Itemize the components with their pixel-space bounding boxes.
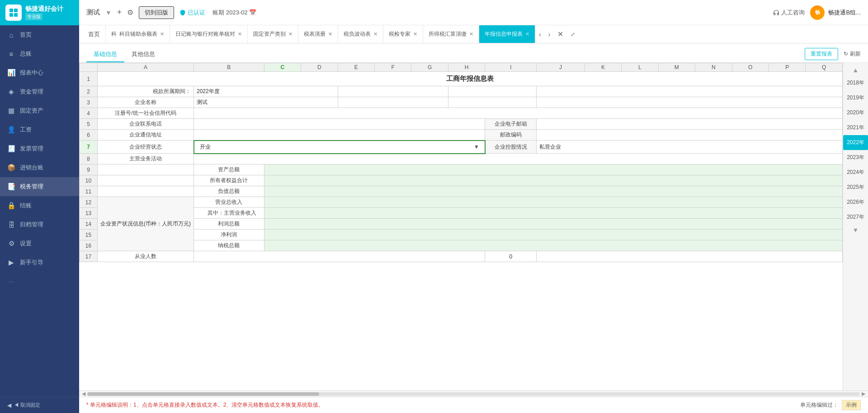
cell-D9[interactable] — [264, 164, 842, 175]
tab-close-btn[interactable]: ✕ — [413, 31, 417, 37]
cell-A7[interactable]: 企业经营状态 — [98, 141, 194, 154]
cell-K5[interactable] — [537, 119, 843, 130]
cell-C6[interactable] — [194, 130, 485, 141]
scroll-right-btn[interactable]: ▶ — [860, 391, 867, 397]
cell-B16[interactable]: 纳税总额 — [194, 240, 264, 251]
col-header-F[interactable]: F — [375, 63, 411, 72]
sidebar-item-guide[interactable]: ▶ 新手引导 — [0, 253, 79, 272]
tab-journal-bank[interactable]: 日记账与银行对账单核对 ✕ — [170, 25, 248, 43]
tab-annual-report[interactable]: 年报信息申报表 ✕ — [479, 25, 535, 43]
col-header-P[interactable]: P — [769, 63, 805, 72]
cell-A6[interactable]: 企业通信地址 — [98, 130, 194, 141]
cell-C2[interactable]: 2022年度 — [194, 86, 338, 97]
col-header-M[interactable]: M — [658, 63, 695, 72]
col-header-G[interactable]: G — [411, 63, 448, 72]
reset-report-btn[interactable]: 重置报表 — [805, 48, 838, 60]
tab-close-btn[interactable]: ✕ — [238, 31, 242, 37]
cell-B12[interactable]: 营业总收入 — [194, 197, 264, 208]
old-version-btn[interactable]: 切到旧版 — [139, 6, 174, 19]
col-header-Q[interactable]: Q — [806, 63, 843, 72]
sidebar-item-purchase-sales[interactable]: 📦 进销台账 — [0, 158, 79, 177]
cell-C8[interactable] — [194, 154, 843, 164]
cell-D13[interactable] — [264, 208, 842, 219]
col-header-O[interactable]: O — [732, 63, 769, 72]
sidebar-item-fixed-assets[interactable]: ▦ 固定资产 — [0, 101, 79, 120]
tab-tax-expert[interactable]: 税检专家 ✕ — [383, 25, 423, 43]
sidebar-item-payroll[interactable]: 👤 工资 — [0, 120, 79, 139]
cell-J6[interactable]: 邮政编码 — [485, 130, 537, 141]
cell-D15[interactable] — [264, 230, 842, 240]
col-header-D[interactable]: D — [301, 63, 338, 72]
col-header-A[interactable]: A — [98, 63, 194, 72]
cell-A17[interactable]: 从业人数 — [98, 251, 194, 262]
year-item-2020[interactable]: 2020年 — [843, 105, 868, 120]
tab-close-btn[interactable]: ✕ — [288, 31, 292, 37]
cell-C3[interactable]: 测试 — [194, 97, 338, 108]
collapse-sidebar-btn[interactable]: ◀ ◀ 取消固定 — [0, 397, 79, 413]
col-header-N[interactable]: N — [695, 63, 732, 72]
year-item-2026[interactable]: 2026年 — [843, 195, 868, 210]
cell-B13[interactable]: 其中：主营业务收入 — [194, 208, 264, 219]
cell-B15[interactable]: 净利润 — [194, 230, 264, 240]
cell-J5[interactable]: 企业电子邮箱 — [485, 119, 537, 130]
tab-fixed-assets[interactable]: 固定资产类别 ✕ — [248, 25, 298, 43]
sidebar-item-invoices[interactable]: 🧾 发票管理 — [0, 139, 79, 158]
year-item-2024[interactable]: 2024年 — [843, 165, 868, 180]
cell-F2[interactable] — [338, 86, 448, 97]
tab-aux-balance[interactable]: 科 科目辅助余额表 ✕ — [106, 25, 170, 43]
sidebar-item-closing[interactable]: 🔒 结账 — [0, 196, 79, 215]
cell-A5[interactable]: 企业联系电话 — [98, 119, 194, 130]
cell-B10[interactable]: 所有者权益合计 — [194, 175, 264, 186]
cell-K17[interactable] — [537, 251, 843, 262]
cell-H2[interactable] — [448, 86, 537, 97]
tab-home[interactable]: 首页 — [83, 25, 106, 43]
cell-A11[interactable] — [98, 186, 194, 197]
cell-J3[interactable] — [537, 97, 843, 108]
cell-D16[interactable] — [264, 240, 842, 251]
horizontal-scrollbar[interactable]: ◀ ▶ — [79, 390, 868, 397]
settings-btn[interactable]: ⚙ — [127, 8, 133, 17]
cell-B14[interactable]: 利润总额 — [194, 219, 264, 230]
cell-D12[interactable] — [264, 197, 842, 208]
cell-B11[interactable]: 负债总额 — [194, 186, 264, 197]
sidebar-item-settings[interactable]: ⚙ 设置 — [0, 234, 79, 253]
cell-A4[interactable]: 注册号/统一社会信用代码 — [98, 108, 194, 119]
year-panel-down-btn[interactable]: ▼ — [843, 225, 868, 235]
year-panel-up-btn[interactable]: ▲ — [843, 65, 868, 75]
col-header-E[interactable]: E — [338, 63, 374, 72]
close-all-tabs-btn[interactable]: ✕ — [554, 30, 567, 38]
scrollbar-thumb[interactable] — [87, 392, 319, 396]
sidebar-item-ledger[interactable]: ≡ 总账 — [0, 44, 79, 63]
cell-D14[interactable] — [264, 219, 842, 230]
tab-close-btn[interactable]: ✕ — [160, 31, 164, 37]
tab-close-btn[interactable]: ✕ — [525, 31, 529, 37]
cell-H3[interactable] — [448, 97, 537, 108]
cell-B9[interactable]: 资产总额 — [194, 164, 264, 175]
sub-tab-other[interactable]: 其他信息 — [124, 47, 162, 62]
cell-A12[interactable]: 企业资产状况信息(币种：人民币万元) — [98, 197, 194, 251]
cell-D10[interactable] — [264, 175, 842, 186]
cell-K7[interactable]: 私营企业 — [537, 141, 843, 154]
tab-close-btn[interactable]: ✕ — [328, 31, 332, 37]
cell-A9[interactable] — [98, 164, 194, 175]
tabs-prev-btn[interactable]: ‹ — [535, 31, 545, 38]
col-header-B[interactable]: B — [194, 63, 264, 72]
service-btn[interactable]: 人工咨询 — [773, 9, 805, 17]
title-dropdown-btn[interactable]: ▼ — [105, 9, 112, 16]
tabs-next-btn[interactable]: › — [545, 31, 554, 38]
tab-close-btn[interactable]: ✕ — [469, 31, 473, 37]
dropdown-arrow-icon[interactable]: ▼ — [474, 144, 479, 150]
col-header-C[interactable]: C — [264, 63, 301, 72]
year-item-2023[interactable]: 2023年 — [843, 150, 868, 165]
col-header-H[interactable]: H — [448, 63, 485, 72]
cell-A2[interactable]: 税款所属期间： — [98, 86, 194, 97]
scroll-left-btn[interactable]: ◀ — [80, 391, 87, 397]
year-item-2025[interactable]: 2025年 — [843, 180, 868, 195]
refresh-btn[interactable]: ↻ 刷新 — [844, 50, 861, 58]
cell-C4[interactable] — [194, 108, 843, 119]
cell-J7[interactable]: 企业控股情况 — [485, 141, 537, 154]
cell-K6[interactable] — [537, 130, 843, 141]
add-tab-btn[interactable]: + — [117, 8, 122, 17]
year-item-2022[interactable]: 2022年 — [843, 135, 868, 150]
year-item-2021[interactable]: 2021年 — [843, 120, 868, 135]
